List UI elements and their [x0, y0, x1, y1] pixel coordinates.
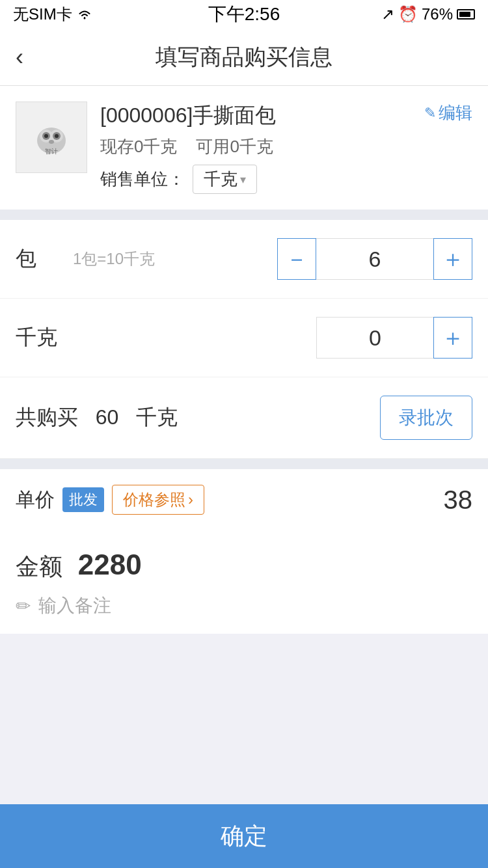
battery-percent: 76%	[422, 5, 453, 23]
unit-arrow-icon: ▾	[240, 172, 246, 187]
section-divider-1	[0, 210, 488, 220]
wifi-icon	[77, 9, 92, 20]
owl-icon: 智计	[32, 118, 71, 157]
package-hint: 1包=10千克	[73, 249, 277, 269]
remark-row: ✏ 输入备注	[16, 583, 472, 621]
price-value: 38	[444, 485, 473, 515]
input-section: 包 1包=10千克 － ＋ 千克 ＋	[0, 220, 488, 377]
price-section: 单价 批发 价格参照 › 38	[0, 469, 488, 530]
amount-value: 2280	[78, 549, 142, 580]
batch-tag: 批发	[62, 487, 104, 512]
unit-label: 销售单位：	[100, 168, 185, 191]
page-title: 填写商品购买信息	[156, 42, 332, 72]
product-stock: 现存0千克 可用0千克	[100, 135, 472, 158]
edit-label: 编辑	[439, 102, 472, 124]
amount-display: 金额 2280	[16, 549, 472, 583]
battery-icon	[457, 9, 475, 20]
total-prefix: 共购买	[16, 405, 78, 429]
carrier-text: 无SIM卡	[13, 4, 72, 25]
alarm-icon: ⏰	[398, 5, 418, 23]
unit-value: 千克	[204, 168, 237, 191]
kilogram-quantity-control: ＋	[316, 317, 472, 359]
total-amount: 60	[96, 405, 119, 429]
svg-point-8	[49, 140, 54, 144]
confirm-button-label: 确定	[221, 821, 267, 852]
kilogram-row: 千克 ＋	[0, 299, 488, 377]
available-text: 可用0千克	[196, 137, 273, 156]
edit-button[interactable]: ✎ 编辑	[424, 102, 472, 124]
price-reference-button[interactable]: 价格参照 ›	[112, 485, 204, 515]
confirm-bar[interactable]: 确定	[0, 804, 488, 868]
record-batch-button[interactable]: 录批次	[380, 396, 472, 440]
edit-icon: ✎	[424, 105, 436, 122]
back-button[interactable]: ‹	[16, 44, 23, 71]
product-info: [0000006]手撕面包 现存0千克 可用0千克 销售单位： 千克 ▾	[100, 102, 472, 194]
status-right: ↗ ⏰ 76%	[381, 5, 475, 23]
remark-placeholder[interactable]: 输入备注	[38, 593, 111, 618]
total-text: 共购买 60 千克	[16, 403, 178, 432]
kilogram-label: 千克	[16, 323, 68, 352]
section-divider-2	[0, 459, 488, 469]
unit-select[interactable]: 千克 ▾	[193, 165, 257, 194]
package-quantity-control: － ＋	[277, 238, 472, 280]
package-quantity-input[interactable]	[316, 238, 433, 280]
svg-point-6	[44, 134, 48, 138]
package-minus-button[interactable]: －	[277, 238, 316, 280]
remark-icon: ✏	[16, 595, 31, 617]
total-row: 共购买 60 千克 录批次	[0, 377, 488, 459]
package-label: 包	[16, 245, 68, 273]
stock-text: 现存0千克	[100, 137, 177, 156]
status-time: 下午2:56	[208, 2, 280, 27]
product-image: 智计	[16, 102, 87, 173]
kilogram-quantity-input[interactable]	[316, 317, 433, 359]
svg-text:智计: 智计	[45, 148, 58, 155]
total-unit: 千克	[136, 405, 178, 429]
package-plus-button[interactable]: ＋	[433, 238, 472, 280]
spacer	[0, 634, 488, 829]
location-icon: ↗	[381, 5, 394, 23]
price-label: 单价	[16, 487, 55, 513]
status-left: 无SIM卡	[13, 4, 92, 25]
svg-point-7	[55, 134, 59, 138]
package-row: 包 1包=10千克 － ＋	[0, 220, 488, 299]
price-ref-label: 价格参照	[123, 489, 185, 510]
amount-row: 金额 2280 ✏ 输入备注	[0, 530, 488, 634]
svg-point-0	[83, 18, 85, 20]
product-card: 智计 [0000006]手撕面包 现存0千克 可用0千克 销售单位： 千克 ▾ …	[0, 86, 488, 210]
nav-bar: ‹ 填写商品购买信息	[0, 29, 488, 86]
price-ref-arrow-icon: ›	[188, 491, 193, 509]
product-unit-row: 销售单位： 千克 ▾	[100, 165, 472, 194]
status-bar: 无SIM卡 下午2:56 ↗ ⏰ 76%	[0, 0, 488, 29]
amount-label: 金额	[16, 553, 62, 580]
product-name: [0000006]手撕面包	[100, 102, 472, 130]
kilogram-plus-button[interactable]: ＋	[433, 317, 472, 359]
battery-fill	[459, 12, 470, 17]
